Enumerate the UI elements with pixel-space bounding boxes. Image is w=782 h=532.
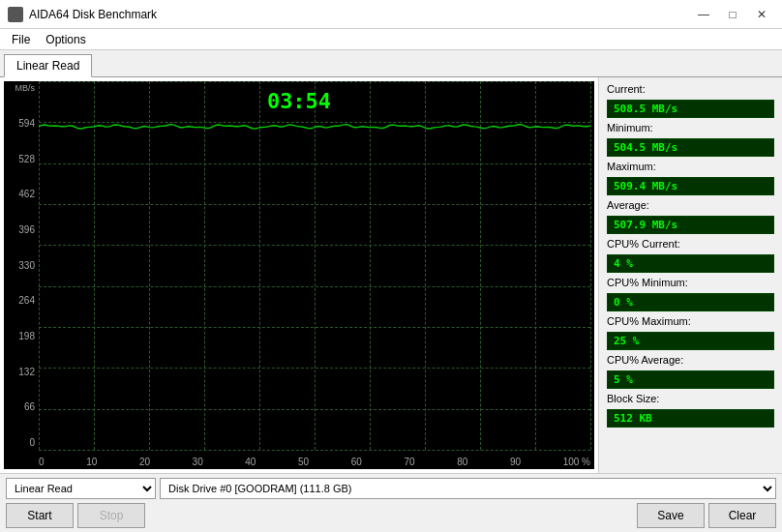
stats-panel: Current: 508.5 MB/s Minimum: 504.5 MB/s …: [598, 77, 782, 473]
average-value: 507.9 MB/s: [607, 216, 774, 234]
current-label: Current:: [607, 83, 774, 95]
x-axis-labels: 0 10 20 30 40 50 60 70 80 90 100 %: [39, 457, 590, 467]
chart-timer: 03:54: [267, 89, 331, 113]
y-label-132: 132: [6, 367, 35, 377]
y-label-462: 462: [6, 189, 35, 199]
control-row1: Linear Read Disk Drive #0 [GOODRAM] (111…: [6, 478, 776, 499]
main-content: 03:54 0 66 132 198 264 330 396 462 528 5…: [0, 77, 782, 532]
y-label-528: 528: [6, 154, 35, 164]
x-label-60: 60: [351, 457, 362, 467]
cpu-current-value: 4 %: [607, 254, 774, 273]
save-button[interactable]: Save: [637, 503, 705, 528]
y-label-mbs: MB/s: [6, 83, 35, 93]
cpu-maximum-value: 25 %: [607, 332, 774, 350]
cpu-minimum-label: CPU% Minimum:: [607, 277, 774, 288]
control-row2: Start Stop Save Clear: [6, 503, 776, 528]
minimum-value: 504.5 MB/s: [607, 138, 774, 157]
x-label-70: 70: [404, 457, 414, 467]
clear-button[interactable]: Clear: [708, 503, 776, 528]
chart-area: 03:54 0 66 132 198 264 330 396 462 528 5…: [0, 77, 782, 473]
y-label-330: 330: [6, 260, 35, 271]
chart-svg: [39, 81, 590, 394]
window-title: AIDA64 Disk Benchmark: [29, 8, 691, 21]
average-label: Average:: [607, 199, 774, 211]
x-label-100: 100 %: [563, 457, 590, 467]
menu-bar: File Options: [0, 29, 782, 50]
maximum-label: Maximum:: [607, 161, 774, 172]
x-label-0: 0: [39, 457, 45, 467]
x-label-10: 10: [86, 457, 97, 467]
y-label-264: 264: [6, 295, 35, 306]
cpu-current-label: CPU% Current:: [607, 238, 774, 250]
y-label-198: 198: [6, 331, 35, 341]
minimum-label: Minimum:: [607, 122, 774, 133]
current-value: 508.5 MB/s: [607, 100, 774, 118]
cpu-average-value: 5 %: [607, 370, 774, 389]
menu-file[interactable]: File: [4, 31, 38, 48]
test-type-dropdown[interactable]: Linear Read: [6, 478, 156, 499]
x-label-40: 40: [245, 457, 256, 467]
close-button[interactable]: ✕: [749, 5, 774, 24]
y-label-594: 594: [6, 118, 35, 129]
y-axis-labels: 0 66 132 198 264 330 396 462 528 594 MB/…: [6, 81, 35, 450]
cpu-maximum-label: CPU% Maximum:: [607, 315, 774, 327]
chart-container: 03:54 0 66 132 198 264 330 396 462 528 5…: [4, 81, 594, 469]
minimize-button[interactable]: —: [691, 5, 716, 24]
cpu-minimum-value: 0 %: [607, 293, 774, 311]
stop-button[interactable]: Stop: [77, 503, 145, 528]
tab-bar: Linear Read: [0, 50, 782, 77]
app-icon: [8, 7, 23, 22]
window-controls: — □ ✕: [691, 5, 774, 24]
block-size-value: 512 KB: [607, 409, 774, 428]
bottom-controls: Linear Read Disk Drive #0 [GOODRAM] (111…: [0, 473, 782, 532]
menu-options[interactable]: Options: [38, 31, 93, 48]
tab-linear-read[interactable]: Linear Read: [4, 54, 92, 77]
x-label-30: 30: [193, 457, 203, 467]
drive-dropdown[interactable]: Disk Drive #0 [GOODRAM] (111.8 GB): [160, 478, 776, 499]
x-label-50: 50: [298, 457, 309, 467]
x-label-80: 80: [457, 457, 467, 467]
block-size-label: Block Size:: [607, 393, 774, 404]
y-label-66: 66: [6, 401, 35, 412]
maximize-button[interactable]: □: [720, 5, 745, 24]
cpu-average-label: CPU% Average:: [607, 354, 774, 366]
y-label-0: 0: [6, 437, 35, 448]
maximum-value: 509.4 MB/s: [607, 177, 774, 195]
x-label-20: 20: [139, 457, 150, 467]
x-label-90: 90: [510, 457, 521, 467]
start-button[interactable]: Start: [6, 503, 74, 528]
y-label-396: 396: [6, 224, 35, 235]
title-bar: AIDA64 Disk Benchmark — □ ✕: [0, 0, 782, 29]
